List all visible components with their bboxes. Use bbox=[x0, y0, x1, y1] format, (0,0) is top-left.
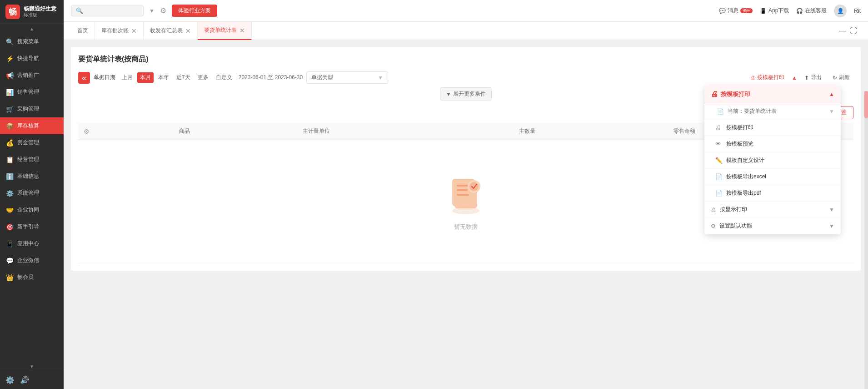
scrollbar-thumb[interactable] bbox=[864, 91, 868, 118]
sidebar-item-label: 系统管理 bbox=[17, 189, 39, 197]
tab-close-inventory-batch[interactable]: ✕ bbox=[131, 27, 137, 35]
tab-minimize-icon[interactable]: — bbox=[839, 27, 846, 35]
order-type-select[interactable]: 单据类型 ▼ bbox=[306, 71, 388, 84]
trial-button[interactable]: 体验行业方案 bbox=[172, 5, 217, 17]
current-template-item[interactable]: 📄 当前：要货单统计表 ▼ bbox=[704, 103, 841, 120]
order-type-chevron: ▼ bbox=[378, 75, 383, 81]
right-scrollbar[interactable] bbox=[864, 91, 868, 389]
sidebar-item-marketing[interactable]: 📢 营销推广 bbox=[0, 67, 64, 84]
tab-close-order-stats[interactable]: ✕ bbox=[239, 27, 245, 34]
topbar-search-box[interactable]: 🔍 bbox=[71, 5, 144, 16]
chevron-up-icon[interactable]: ▲ bbox=[792, 75, 797, 81]
export-pdf-icon: 📄 bbox=[715, 190, 723, 197]
tab-inventory-batch[interactable]: 库存批次账 ✕ bbox=[95, 22, 144, 40]
sound-icon[interactable]: 🔊 bbox=[20, 376, 29, 384]
sidebar-scroll-down[interactable]: ▼ bbox=[0, 362, 64, 371]
messages-badge: 99+ bbox=[740, 8, 753, 13]
template-custom-label: 模板自定义设计 bbox=[726, 157, 764, 164]
topbar-gear-icon[interactable]: ⚙ bbox=[160, 6, 166, 15]
tab-label: 要货单统计表 bbox=[204, 26, 237, 34]
set-default-section[interactable]: ⚙ 设置默认功能 ▼ bbox=[704, 218, 841, 234]
sidebar-item-corp[interactable]: 🤝 企业协同 bbox=[0, 202, 64, 218]
sidebar-item-inventory[interactable]: 📦 库存核算 bbox=[0, 117, 64, 134]
sidebar-nav: 🔍 搜索菜单 ⚡ 快捷导航 📢 营销推广 📊 销售管理 🛒 采购管理 📦 库存核… bbox=[0, 33, 64, 362]
filter-expand-button[interactable]: « bbox=[78, 72, 90, 84]
tab-home[interactable]: 首页 bbox=[71, 22, 95, 40]
user-name: Rit bbox=[854, 8, 861, 14]
date-btn-more[interactable]: 更多 bbox=[195, 72, 211, 83]
sidebar-item-finance[interactable]: 💰 资金管理 bbox=[0, 134, 64, 151]
online-service-button[interactable]: 🎧 在线客服 bbox=[796, 7, 827, 15]
svg-point-7 bbox=[469, 182, 479, 191]
refresh-label: 刷新 bbox=[839, 74, 850, 81]
date-btn-7days[interactable]: 近7天 bbox=[174, 72, 193, 83]
app-name: 畅赚通好生意 bbox=[24, 5, 56, 12]
expand-more-button[interactable]: ▼ 展开更多条件 bbox=[440, 87, 492, 101]
messages-button[interactable]: 💬 消息 99+ bbox=[719, 7, 753, 15]
empty-icon bbox=[443, 172, 489, 217]
date-btn-this-month[interactable]: 本月 bbox=[137, 72, 154, 83]
sidebar-item-label: 快捷导航 bbox=[17, 55, 39, 62]
col-product: 商品 bbox=[174, 123, 297, 140]
sidebar-bottom: ⚙️ 🔊 bbox=[0, 371, 64, 389]
user-avatar[interactable]: 👤 bbox=[834, 5, 847, 17]
export-button[interactable]: ⬆ 导出 bbox=[801, 72, 825, 83]
tab-receivable[interactable]: 收发存汇总表 ✕ bbox=[144, 22, 198, 40]
inventory-icon: 📦 bbox=[5, 122, 14, 130]
date-filter-label: 单据日期 bbox=[94, 74, 115, 81]
messages-label: 消息 bbox=[728, 7, 738, 15]
sidebar-item-quick-nav[interactable]: ⚡ 快捷导航 bbox=[0, 50, 64, 67]
print-label: 按模板打印 bbox=[757, 74, 784, 81]
sidebar-item-purchase[interactable]: 🛒 采购管理 bbox=[0, 101, 64, 117]
export-pdf-item[interactable]: 📄 按模板导出pdf bbox=[704, 185, 841, 202]
template-custom-item[interactable]: ✏️ 模板自定义设计 bbox=[704, 152, 841, 169]
tab-maximize-icon[interactable]: ⛶ bbox=[850, 27, 857, 35]
date-btn-this-year[interactable]: 本年 bbox=[155, 72, 172, 83]
current-template-icon: 📄 bbox=[717, 108, 724, 115]
refresh-button[interactable]: ↻ 刷新 bbox=[829, 72, 853, 83]
sidebar-scroll-up[interactable]: ▲ bbox=[0, 24, 64, 33]
sidebar-item-wechat[interactable]: 💬 企业微信 bbox=[0, 252, 64, 269]
sidebar-item-appstore[interactable]: 📱 应用中心 bbox=[0, 235, 64, 252]
appstore-icon: 📱 bbox=[5, 240, 14, 248]
settings-icon[interactable]: ⚙️ bbox=[5, 376, 15, 384]
display-print-section[interactable]: 🖨 按显示打印 ▼ bbox=[704, 202, 841, 218]
dropdown-title: 按模板打印 bbox=[721, 90, 750, 98]
avatar-icon: 👤 bbox=[837, 8, 844, 14]
sidebar-item-basic[interactable]: ℹ️ 基础信息 bbox=[0, 168, 64, 185]
topbar-right: 💬 消息 99+ 📱 App下载 🎧 在线客服 👤 Rit bbox=[719, 5, 861, 17]
topbar-chevron-icon[interactable]: ▼ bbox=[149, 8, 155, 14]
table-settings-icon[interactable]: ⚙ bbox=[84, 128, 90, 135]
current-template-label: 当前：要货单统计表 bbox=[728, 107, 777, 115]
print-template-button[interactable]: 🖨 按模板打印 bbox=[746, 72, 788, 83]
app-download-button[interactable]: 📱 App下载 bbox=[760, 7, 789, 15]
sidebar-item-operation[interactable]: 📋 经营管理 bbox=[0, 151, 64, 168]
sidebar-item-label: 畅会员 bbox=[17, 273, 34, 281]
topbar-search-input[interactable] bbox=[86, 8, 131, 14]
template-preview-item[interactable]: 👁 按模板预览 bbox=[704, 136, 841, 152]
sidebar-item-guide[interactable]: 🎯 新手引导 bbox=[0, 218, 64, 235]
basic-icon: ℹ️ bbox=[5, 173, 14, 180]
export-label: 导出 bbox=[811, 74, 822, 81]
date-btn-last-month[interactable]: 上月 bbox=[119, 72, 135, 83]
date-btn-custom[interactable]: 自定义 bbox=[213, 72, 235, 83]
tab-order-stats[interactable]: 要货单统计表 ✕ bbox=[198, 22, 252, 40]
page-content: 要货单统计表(按商品) « 单据日期 上月 本月 本年 近7天 更多 自定义 2… bbox=[64, 40, 868, 389]
template-print-item[interactable]: 🖨 按模板打印 bbox=[704, 120, 841, 136]
sidebar-item-label: 销售管理 bbox=[17, 88, 39, 96]
system-icon: ⚙️ bbox=[5, 190, 14, 197]
empty-text: 暂无数据 bbox=[454, 223, 478, 231]
set-default-icon: ⚙ bbox=[711, 223, 716, 229]
export-excel-item[interactable]: 📄 按模板导出excel bbox=[704, 169, 841, 185]
sidebar-item-sales[interactable]: 📊 销售管理 bbox=[0, 84, 64, 101]
sidebar-item-label: 搜索菜单 bbox=[17, 38, 39, 45]
sidebar-item-member[interactable]: 👑 畅会员 bbox=[0, 269, 64, 286]
tabs-bar: 首页 库存批次账 ✕ 收发存汇总表 ✕ 要货单统计表 ✕ — ⛶ bbox=[64, 22, 868, 40]
sales-icon: 📊 bbox=[5, 89, 14, 96]
sidebar-item-search[interactable]: 🔍 搜索菜单 bbox=[0, 33, 64, 50]
tab-label: 库存批次账 bbox=[101, 27, 129, 35]
sidebar-item-system[interactable]: ⚙️ 系统管理 bbox=[0, 185, 64, 202]
tab-close-receivable[interactable]: ✕ bbox=[185, 27, 191, 35]
dropdown-collapse-icon[interactable]: ▲ bbox=[829, 91, 834, 97]
printer-icon: 🖨 bbox=[711, 90, 718, 98]
